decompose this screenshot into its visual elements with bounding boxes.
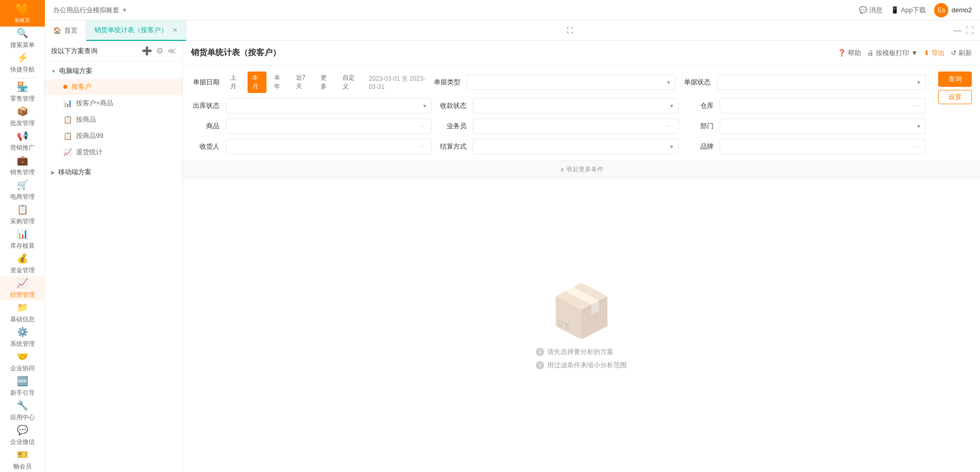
settings-btn[interactable]: 设置 bbox=[938, 90, 972, 104]
sidebar-item-member[interactable]: 🎫 畅会员 bbox=[0, 447, 45, 472]
help-btn[interactable]: ❓ 帮助 bbox=[838, 49, 861, 58]
tip-2-text: 用过滤条件来缩小分析范围 bbox=[547, 361, 627, 370]
scheme-item-return[interactable]: 📈 退货统计 bbox=[45, 144, 182, 160]
out-status-select[interactable]: ▼ bbox=[226, 98, 432, 113]
marketing-icon: 📢 bbox=[17, 130, 28, 141]
tab-minimize-btn[interactable]: — bbox=[953, 26, 962, 35]
sidebar-item-guide[interactable]: 🆕 新手引导 bbox=[0, 374, 45, 398]
tab-close-btn[interactable]: ✕ bbox=[173, 27, 178, 34]
goods-select[interactable]: ··· bbox=[226, 119, 432, 134]
scheme-group-mobile-header[interactable]: ▶ 移动端方案 bbox=[45, 164, 182, 180]
title-actions: ❓ 帮助 🖨 按模板打印 ▼ ⬇ 导出 ↺ 刷新 bbox=[838, 49, 972, 58]
user-name: demo2 bbox=[951, 6, 972, 14]
tip-1-num: ① bbox=[536, 348, 544, 356]
sidebar-item-retail[interactable]: 🏪 零售管理 bbox=[0, 80, 45, 105]
collapse-bar[interactable]: ∧ 收起更多条件 bbox=[183, 161, 980, 178]
recipient-label: 收货人 bbox=[191, 142, 219, 151]
date-btn-more[interactable]: 更多 bbox=[316, 72, 335, 93]
user-section[interactable]: Ea demo2 bbox=[934, 3, 972, 17]
query-btn[interactable]: 查询 bbox=[938, 72, 972, 87]
goods99-icon: 📋 bbox=[63, 132, 72, 140]
type-select[interactable]: ▼ bbox=[467, 75, 676, 90]
salesperson-select[interactable]: ··· bbox=[473, 119, 679, 134]
status-label: 单据状态 bbox=[682, 78, 710, 87]
message-btn[interactable]: 💬 消息 bbox=[859, 6, 883, 15]
user-avatar[interactable]: Ea bbox=[934, 3, 948, 17]
add-scheme-icon[interactable]: ➕ bbox=[142, 46, 152, 56]
empty-tips: ① 请先选择要分析的方案 ② 用过滤条件来缩小分析范围 bbox=[536, 347, 627, 370]
date-btn-custom[interactable]: 自定义 bbox=[338, 72, 361, 93]
sidebar-item-label: 搜索菜单 bbox=[10, 41, 35, 50]
collapse-panel-icon[interactable]: ≪ bbox=[167, 46, 176, 56]
scheme-item-customer-goods[interactable]: 📊 按客户+商品 bbox=[45, 95, 182, 111]
scheme-item-goods99[interactable]: 📋 按商品99 bbox=[45, 128, 182, 144]
sidebar-item-wechat[interactable]: 💬 企业微信 bbox=[0, 423, 45, 447]
date-btn-this-year[interactable]: 本年 bbox=[270, 72, 288, 93]
header-dropdown-arrow[interactable]: ▼ bbox=[121, 7, 128, 14]
page-content: 按以下方案查询 ➕ ⚙ ≪ ▼ 电脑端方案 按客户 📊 bbox=[45, 41, 980, 472]
scheme-group-mobile: ▶ 移动端方案 bbox=[45, 162, 182, 182]
right-panel: 销货单统计表（按客户） ❓ 帮助 🖨 按模板打印 ▼ ⬇ 导出 bbox=[183, 41, 980, 472]
sidebar-item-system[interactable]: ⚙️ 系统管理 bbox=[0, 325, 45, 349]
collapse-btn[interactable]: ∧ 收起更多条件 bbox=[560, 165, 603, 174]
sidebar-item-sales[interactable]: 💼 销售管理 bbox=[0, 154, 45, 178]
mobile-group-label: 移动端方案 bbox=[58, 168, 91, 177]
date-btn-last-month[interactable]: 上月 bbox=[226, 72, 244, 93]
sidebar-item-wholesale[interactable]: 📦 批发管理 bbox=[0, 105, 45, 129]
scheme-item-customer[interactable]: 按客户 bbox=[45, 79, 182, 95]
retail-icon: 🏪 bbox=[17, 81, 28, 92]
scheme-item-goods[interactable]: 📋 按商品 bbox=[45, 111, 182, 128]
sidebar-item-ecommerce[interactable]: 🛒 电商管理 bbox=[0, 178, 45, 203]
system-icon: ⚙️ bbox=[17, 326, 28, 338]
finance-icon: 💰 bbox=[17, 253, 28, 264]
sidebar-item-shortcut[interactable]: ⚡ 快捷导航 bbox=[0, 51, 45, 76]
department-arrow: ▼ bbox=[916, 124, 921, 129]
print-btn[interactable]: 🖨 按模板打印 ▼ bbox=[867, 49, 918, 58]
scheme-group-pc: ▼ 电脑端方案 按客户 📊 按客户+商品 📋 按商品 📋 按商品9 bbox=[45, 61, 182, 162]
sidebar-item-apps[interactable]: 🔧 应用中心 bbox=[0, 398, 45, 423]
warehouse-select[interactable]: ··· bbox=[720, 98, 926, 113]
collapse-up-icon: ∧ bbox=[560, 166, 565, 173]
payment-select[interactable]: ▼ bbox=[473, 98, 679, 113]
sidebar-item-finance[interactable]: 💰 资金管理 bbox=[0, 252, 45, 276]
brand-select[interactable]: ··· bbox=[720, 139, 926, 154]
top-header: 办公用品行业模拟账套 ▼ 💬 消息 📱 App下载 Ea demo2 bbox=[45, 0, 980, 20]
sidebar-item-management[interactable]: 📈 经营管理 bbox=[0, 276, 45, 300]
export-btn[interactable]: ⬇ 导出 bbox=[924, 49, 945, 58]
logo-icon: 🧡 bbox=[15, 3, 29, 16]
tab-expand-btn[interactable]: ⛶ bbox=[560, 27, 580, 34]
sidebar-item-search[interactable]: 🔍 搜索菜单 bbox=[0, 27, 45, 51]
brand-dots: ··· bbox=[913, 142, 921, 151]
expand-icon: ⛶ bbox=[567, 27, 573, 34]
main-area: 办公用品行业模拟账套 ▼ 💬 消息 📱 App下载 Ea demo2 🏠 首页 bbox=[45, 0, 980, 472]
sidebar-item-basic[interactable]: 📁 基础信息 bbox=[0, 300, 45, 325]
sidebar-item-inventory[interactable]: 📊 库存核算 bbox=[0, 227, 45, 252]
pc-group-label: 电脑端方案 bbox=[59, 66, 92, 76]
filter-row-1: 单据日期 上月 本月 本年 近7天 更多 自定义 2023-03-01 至 20… bbox=[191, 72, 926, 93]
sidebar-item-label: 快捷导航 bbox=[10, 65, 35, 74]
app-download-btn[interactable]: 📱 App下载 bbox=[891, 6, 926, 15]
sidebar-item-marketing[interactable]: 📢 营销推广 bbox=[0, 129, 45, 154]
search-icon: 🔍 bbox=[17, 28, 28, 39]
member-icon: 🎫 bbox=[17, 449, 28, 460]
recipient-select[interactable]: ··· bbox=[226, 139, 432, 154]
tab-maximize-btn[interactable]: ⛶ bbox=[966, 26, 974, 35]
date-btn-this-month[interactable]: 本月 bbox=[248, 72, 266, 93]
customer-goods-icon: 📊 bbox=[63, 99, 72, 107]
settings-scheme-icon[interactable]: ⚙ bbox=[156, 46, 163, 56]
date-range: 2023-03-01 至 2023-03-31 bbox=[369, 75, 426, 90]
status-select[interactable]: ▼ bbox=[717, 75, 926, 90]
sidebar-item-purchase[interactable]: 📋 采购管理 bbox=[0, 203, 45, 227]
filter-row-2: 出库状态 ▼ 收款状态 ▼ 仓库 bbox=[191, 98, 926, 113]
department-select[interactable]: ▼ bbox=[720, 119, 926, 134]
tab-sales-stats[interactable]: 销货单统计表（按客户） ✕ bbox=[86, 20, 186, 41]
sidebar-item-cooperation[interactable]: 🤝 企业协同 bbox=[0, 349, 45, 374]
settlement-select[interactable]: ▼ bbox=[473, 139, 679, 154]
scheme-group-pc-header[interactable]: ▼ 电脑端方案 bbox=[45, 63, 182, 79]
date-btn-7days[interactable]: 近7天 bbox=[291, 72, 313, 93]
refresh-btn[interactable]: ↺ 刷新 bbox=[951, 49, 972, 58]
app-logo[interactable]: 🧡 标账页 bbox=[0, 0, 45, 27]
shortcut-icon: ⚡ bbox=[17, 52, 28, 63]
tab-home[interactable]: 🏠 首页 bbox=[45, 20, 86, 41]
header-title: 办公用品行业模拟账套 ▼ bbox=[53, 6, 128, 15]
